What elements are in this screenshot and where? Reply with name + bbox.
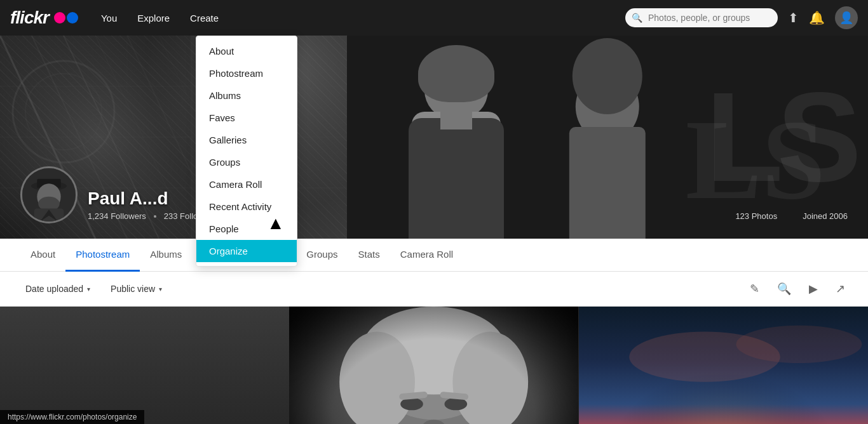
search-area: 🔍: [625, 8, 778, 27]
share-icon[interactable]: ↗: [833, 279, 848, 298]
profile-overlay: Paul A...d 1,234 Followers 233 Following…: [0, 166, 868, 223]
avatar-inner: [22, 168, 76, 222]
svg-point-9: [13, 61, 114, 162]
photo-cell-2[interactable]: [289, 307, 578, 424]
search-photos-icon[interactable]: 🔍: [775, 279, 794, 298]
dropdown-item-people[interactable]: People: [196, 218, 297, 240]
dropdown-item-photostream[interactable]: Photostream: [196, 62, 297, 84]
photo-cell-1[interactable]: [0, 307, 289, 424]
photos-stat: 123 Photos: [735, 211, 777, 221]
dropdown-item-galleries[interactable]: Galleries: [196, 129, 297, 151]
tab-groups[interactable]: Groups: [296, 239, 348, 272]
profile-stats-right: 123 Photos Joined 2006: [735, 211, 848, 223]
svg-rect-31: [0, 307, 289, 424]
avatar-svg: [22, 166, 76, 223]
notification-bell-icon[interactable]: 🔔: [809, 10, 825, 25]
photo-toolbar: Date uploaded ▾ Public view ▾ ✎ 🔍 ▶ ↗: [0, 272, 868, 307]
tab-about[interactable]: About: [20, 239, 65, 272]
profile-subnav: About Photostream Albums Faves Galleries…: [0, 239, 868, 272]
photo-cell-3[interactable]: [579, 307, 868, 424]
status-bar: https://www.flickr.com/photos/organize: [0, 410, 144, 424]
dropdown-item-recent-activity[interactable]: Recent Activity: [196, 195, 297, 218]
nav-you[interactable]: You: [93, 8, 125, 29]
dropdown-item-about[interactable]: About: [196, 40, 297, 62]
header-actions: ⬆ 🔔 👤: [788, 6, 858, 29]
photo-grid: [0, 307, 868, 424]
dropdown-item-camera-roll[interactable]: Camera Roll: [196, 173, 297, 195]
public-view-select[interactable]: Public view ▾: [105, 281, 167, 296]
public-view-label: Public view: [111, 284, 155, 294]
logo-area: flickr: [10, 8, 78, 28]
joined-stat: Joined 2006: [803, 211, 848, 221]
main-nav: You Explore Create: [93, 8, 226, 29]
nav-explore[interactable]: Explore: [130, 8, 177, 29]
svg-rect-69: [289, 307, 578, 424]
tab-stats[interactable]: Stats: [348, 239, 390, 272]
dot-blue: [67, 12, 78, 23]
meta-dot-1: [154, 215, 156, 218]
tab-camera-roll[interactable]: Camera Roll: [390, 239, 463, 272]
nav-create[interactable]: Create: [182, 8, 226, 29]
dropdown-item-albums[interactable]: Albums: [196, 84, 297, 107]
search-wrapper: 🔍: [625, 8, 778, 27]
flickr-dots: [54, 12, 78, 23]
profile-banner: LS LS: [0, 36, 868, 239]
svg-point-46: [97, 352, 123, 380]
photo-2-image: [289, 307, 578, 424]
user-avatar[interactable]: 👤: [835, 6, 858, 29]
search-input[interactable]: [625, 8, 778, 27]
svg-rect-47: [97, 347, 124, 355]
search-icon: 🔍: [632, 13, 642, 23]
avatar-image: 👤: [839, 11, 853, 25]
date-uploaded-select[interactable]: Date uploaded ▾: [20, 281, 95, 296]
profile-avatar-large: [20, 166, 78, 223]
tab-albums[interactable]: Albums: [140, 239, 192, 272]
dot-pink: [54, 12, 65, 23]
svg-rect-85: [579, 307, 868, 424]
dropdown-item-groups[interactable]: Groups: [196, 151, 297, 173]
svg-rect-33: [50, 319, 239, 424]
toolbar-right-actions: ✎ 🔍 ▶ ↗: [747, 279, 848, 298]
status-url: https://www.flickr.com/photos/organize: [8, 413, 137, 421]
date-chevron-icon: ▾: [87, 286, 90, 293]
svg-point-10: [25, 74, 102, 150]
flickr-wordmark: flickr: [10, 8, 49, 28]
dropdown-menu: About Photostream Albums Faves Galleries…: [196, 36, 297, 267]
photo-3-image: [579, 307, 868, 424]
slideshow-icon[interactable]: ▶: [806, 279, 820, 298]
svg-point-11: [38, 86, 89, 137]
svg-rect-32: [50, 319, 239, 424]
edit-pencil-icon[interactable]: ✎: [747, 279, 762, 298]
header: flickr You Explore Create 🔍 ⬆ 🔔 👤: [0, 0, 868, 36]
svg-rect-45: [173, 420, 192, 424]
svg-point-38: [123, 344, 166, 394]
view-chevron-icon: ▾: [159, 286, 162, 293]
followers-count: 1,234 Followers: [88, 211, 146, 221]
dropdown-item-faves[interactable]: Faves: [196, 107, 297, 129]
date-uploaded-label: Date uploaded: [25, 284, 83, 294]
tab-photostream[interactable]: Photostream: [65, 239, 140, 272]
dropdown-item-organize[interactable]: Organize: [196, 240, 297, 262]
upload-icon[interactable]: ⬆: [788, 10, 799, 25]
photo-1-image: [0, 307, 289, 424]
